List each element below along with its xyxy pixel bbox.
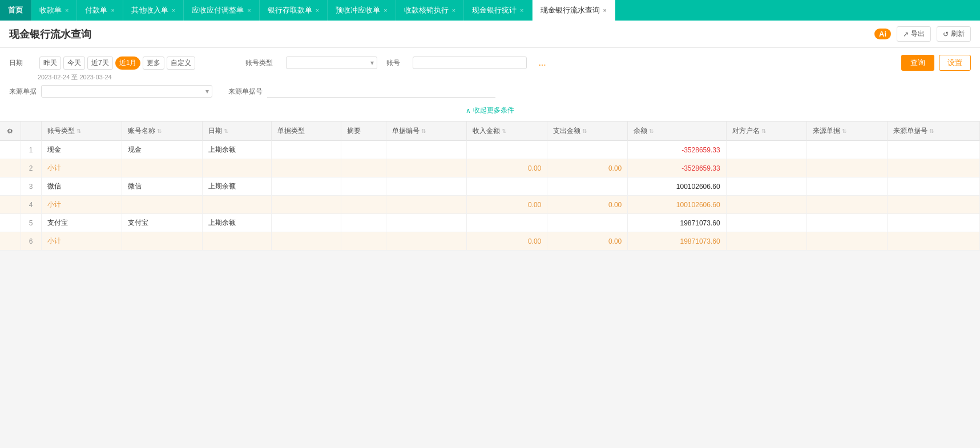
nav-item-home[interactable]: 首页	[0, 0, 31, 21]
table-row[interactable]: 1 现金 现金 上期余额 -3528659.33	[0, 141, 980, 159]
export-icon: ↗	[903, 30, 909, 38]
close-icon[interactable]: ×	[452, 7, 455, 14]
nav-item-bank-deposit[interactable]: 银行存取款单 ×	[260, 0, 328, 21]
date-btn-more[interactable]: 更多	[143, 56, 164, 70]
cell-summary	[341, 196, 386, 214]
th-income-label: 收入金额	[473, 126, 500, 136]
date-btn-custom[interactable]: 自定义	[167, 56, 195, 70]
settings-button[interactable]: 设置	[939, 55, 971, 71]
cell-summary	[341, 177, 386, 196]
close-icon[interactable]: ×	[65, 7, 68, 14]
cell-expense	[547, 141, 628, 159]
cell-source-doc-no	[887, 232, 979, 251]
date-btn-1month[interactable]: 近1月	[115, 56, 141, 70]
cell-income	[467, 141, 547, 159]
export-button[interactable]: ↗ 导出	[897, 26, 931, 42]
cell-num: 4	[21, 196, 41, 214]
top-nav: 首页 收款单 × 付款单 × 其他收入单 × 应收应付调整单 × 银行存取款单 …	[0, 0, 980, 21]
cell-source-doc	[806, 214, 887, 232]
th-gear[interactable]: ⚙	[0, 122, 21, 141]
nav-item-cash-bank-stat[interactable]: 现金银行统计 ×	[464, 0, 532, 21]
cell-balance: -3528659.33	[628, 159, 726, 177]
cell-source-doc	[806, 159, 887, 177]
page-title: 现金银行流水查询	[9, 27, 91, 41]
cell-source-doc-no	[887, 177, 979, 196]
th-expense[interactable]: 支出金额⇅	[547, 122, 628, 141]
query-button[interactable]: 查询	[901, 55, 934, 71]
nav-item-pay[interactable]: 付款单 ×	[77, 0, 123, 21]
table-row[interactable]: 2 小计 0.00 0.00 -3528659.33	[0, 159, 980, 177]
ai-badge[interactable]: Ai	[874, 29, 891, 39]
dots-button[interactable]: ...	[536, 58, 548, 68]
account-type-select-wrapper	[286, 56, 377, 69]
th-balance[interactable]: 余额⇅	[628, 122, 726, 141]
th-balance-label: 余额	[634, 126, 647, 136]
date-btn-7days[interactable]: 近7天	[87, 56, 113, 70]
nav-item-collect-verify[interactable]: 收款核销执行 ×	[396, 0, 464, 21]
refresh-label: 刷新	[951, 29, 965, 39]
cell-income: 0.00	[467, 196, 547, 214]
table-row[interactable]: 4 小计 0.00 0.00 100102606.60	[0, 196, 980, 214]
source-doc-num-input[interactable]	[267, 86, 495, 98]
cell-doc-no	[386, 141, 467, 159]
nav-item-cash-bank-flow[interactable]: 现金银行流水查询 ×	[533, 0, 615, 21]
cell-expense: 0.00	[547, 232, 628, 251]
account-type-select[interactable]	[286, 56, 377, 69]
cell-summary	[341, 141, 386, 159]
th-date[interactable]: 日期⇅	[202, 122, 272, 141]
source-doc-select[interactable]	[41, 85, 212, 98]
close-icon[interactable]: ×	[603, 7, 607, 14]
cell-income: 0.00	[467, 232, 547, 251]
sort-icon: ⇅	[929, 128, 934, 134]
cell-source-doc	[806, 141, 887, 159]
th-income[interactable]: 收入金额⇅	[467, 122, 547, 141]
th-doc-type[interactable]: 单据类型	[272, 122, 341, 141]
cell-counterpart	[726, 232, 806, 251]
cell-source-doc	[806, 196, 887, 214]
nav-bank-deposit-label: 银行存取款单	[268, 5, 312, 15]
table-row[interactable]: 3 微信 微信 上期余额 100102606.60	[0, 177, 980, 196]
cell-account-type: 微信	[41, 177, 122, 196]
th-source-doc[interactable]: 来源单据⇅	[806, 122, 887, 141]
th-summary[interactable]: 摘要	[341, 122, 386, 141]
cell-num: 1	[21, 141, 41, 159]
collapse-bar[interactable]: ∧ 收起更多条件	[9, 103, 971, 116]
th-doc-no[interactable]: 单据编号⇅	[386, 122, 467, 141]
nav-item-receivable-adjust[interactable]: 应收应付调整单 ×	[184, 0, 259, 21]
close-icon[interactable]: ×	[384, 7, 387, 14]
sort-icon: ⇅	[502, 128, 506, 134]
table-row[interactable]: 5 支付宝 支付宝 上期余额 19871073.60	[0, 214, 980, 232]
table-row[interactable]: 6 小计 0.00 0.00 19871073.60	[0, 232, 980, 251]
cell-doc-no	[386, 196, 467, 214]
nav-item-other-income[interactable]: 其他收入单 ×	[123, 0, 184, 21]
sort-icon: ⇅	[421, 128, 426, 134]
cell-num: 3	[21, 177, 41, 196]
cell-summary	[341, 232, 386, 251]
date-btn-today[interactable]: 今天	[63, 56, 85, 70]
close-icon[interactable]: ×	[520, 7, 523, 14]
close-icon[interactable]: ×	[111, 7, 114, 14]
refresh-button[interactable]: ↺ 刷新	[937, 26, 971, 42]
close-icon[interactable]: ×	[172, 7, 175, 14]
cell-account-type: 小计	[41, 232, 122, 251]
close-icon[interactable]: ×	[316, 7, 319, 14]
th-source-doc-no-label: 来源单据号	[893, 126, 927, 136]
nav-item-prepay-offset[interactable]: 预收冲应收单 ×	[328, 0, 396, 21]
data-table: ⚙ 账号类型⇅ 账号名称⇅ 日期⇅ 单据类型 摘要 单据编号⇅	[0, 122, 980, 251]
cell-income	[467, 214, 547, 232]
export-label: 导出	[911, 29, 925, 39]
th-account-name-label: 账号名称	[128, 126, 155, 136]
th-source-doc-no[interactable]: 来源单据号⇅	[887, 122, 979, 141]
th-account-type[interactable]: 账号类型⇅	[41, 122, 122, 141]
cell-date	[202, 196, 272, 214]
cell-expense	[547, 214, 628, 232]
cell-date: 上期余额	[202, 177, 272, 196]
cell-gear	[0, 141, 21, 159]
close-icon[interactable]: ×	[247, 7, 251, 14]
th-account-name[interactable]: 账号名称⇅	[122, 122, 202, 141]
nav-item-receive[interactable]: 收款单 ×	[31, 0, 77, 21]
account-input[interactable]	[413, 56, 527, 69]
date-btn-yesterday[interactable]: 昨天	[39, 56, 61, 70]
th-counterpart[interactable]: 对方户名⇅	[726, 122, 806, 141]
nav-cash-bank-stat-label: 现金银行统计	[472, 5, 517, 15]
